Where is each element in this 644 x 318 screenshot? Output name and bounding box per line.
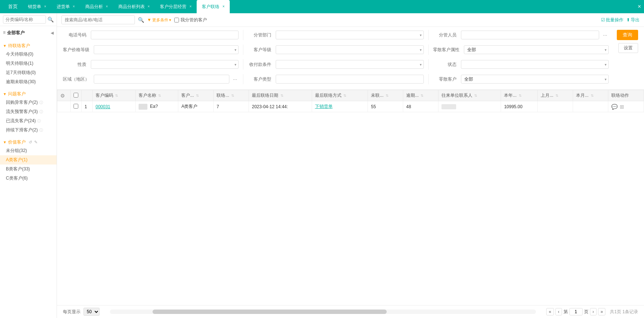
person-input[interactable]	[461, 31, 600, 39]
tab-customer-contact[interactable]: 客户联络 ×	[197, 0, 230, 13]
next-page-button[interactable]: ›	[590, 308, 597, 315]
sidebar-item-7days[interactable]: 近7天待联络(0)	[0, 68, 57, 77]
sidebar-item-declining[interactable]: 持续下滑客户(2) ⓘ	[0, 126, 57, 135]
sort-level-icon[interactable]: ⇅	[196, 93, 199, 98]
qr-icon[interactable]: ⊞	[620, 104, 624, 110]
sort-last-method-icon[interactable]: ⇅	[343, 93, 346, 98]
retail-select[interactable]: 全部	[461, 75, 609, 84]
all-customers-header[interactable]: ⠿ 全部客户 ◀	[0, 28, 57, 38]
sort-uncontacted-icon[interactable]: ⇅	[386, 93, 389, 98]
prev-page-button[interactable]: ‹	[555, 308, 562, 315]
retail-attr-select[interactable]: 全部	[464, 45, 609, 54]
dept-select[interactable]	[276, 31, 423, 39]
first-page-button[interactable]: «	[546, 308, 554, 315]
tab-purchase-order[interactable]: 进货单 ×	[51, 0, 80, 13]
table-settings-icon[interactable]: ⚙	[60, 93, 65, 99]
area-dots-button[interactable]: ···	[232, 76, 239, 82]
query-button[interactable]: 查询	[617, 30, 638, 40]
sidebar-item-class-b[interactable]: B类客户(33)	[0, 165, 57, 174]
problem-customers-group[interactable]: ▼ 问题客户	[0, 89, 57, 98]
search-button[interactable]: 🔍	[138, 17, 144, 23]
sort-this-month-icon[interactable]: ⇅	[591, 93, 594, 98]
td-actions: 💬 ⊞	[608, 101, 644, 112]
last-page-button[interactable]: »	[598, 308, 606, 315]
person-dots-button[interactable]: ···	[601, 32, 609, 38]
sidebar-item-class-a[interactable]: A类客户(1)	[0, 155, 57, 165]
close-customer-segment-icon[interactable]: ×	[189, 0, 192, 13]
sort-last-date-icon[interactable]: ⇅	[280, 93, 283, 98]
batch-op-button[interactable]: ☑ 批量操作	[601, 17, 623, 23]
sidebar-search-input[interactable]	[3, 15, 46, 24]
close-product-list-icon[interactable]: ×	[148, 0, 150, 13]
collapse-icon[interactable]: ◀	[51, 31, 54, 35]
close-product-analysis-icon[interactable]: ×	[106, 0, 108, 13]
sidebar-item-class-c[interactable]: C类客户(6)	[0, 174, 57, 183]
td-name: Ea?	[135, 101, 178, 112]
td-last-method[interactable]: 下销货单	[312, 101, 368, 112]
nature-select[interactable]	[91, 60, 239, 69]
filter-row-1: 电话号码 分管部门	[63, 30, 609, 40]
retail-attr-label: 零散客户属性	[433, 47, 462, 53]
horizontal-scrollbar[interactable]	[110, 310, 536, 314]
payment-select[interactable]	[276, 60, 423, 69]
tab-product-analysis-list[interactable]: 商品分析列表 ×	[113, 0, 155, 13]
sort-code-icon[interactable]: ⇅	[115, 93, 118, 98]
price-level-select[interactable]	[94, 45, 239, 54]
tab-customer-segment[interactable]: 客户分层经营 ×	[155, 0, 197, 13]
close-sales-order-icon[interactable]: ×	[44, 0, 46, 13]
row-checkbox[interactable]	[74, 104, 78, 109]
more-filters-button[interactable]: ▼ 更多条件 ▾	[147, 17, 171, 23]
sort-last-month-icon[interactable]: ⇅	[555, 93, 558, 98]
close-customer-contact-icon[interactable]: ×	[222, 0, 225, 13]
phone-input[interactable]	[91, 31, 239, 39]
edit-icon[interactable]: ✎	[34, 140, 37, 145]
home-tab[interactable]: 首页	[3, 3, 23, 10]
sidebar-item-tomorrow[interactable]: 明天待联络(1)	[0, 59, 57, 68]
sidebar-item-churned[interactable]: 已流失客户(24) ⓘ	[0, 116, 57, 126]
sidebar-item-today[interactable]: 今天待联络(0)	[0, 50, 57, 59]
page-label: 第	[564, 309, 568, 315]
retail-attr-select-wrap: 全部	[464, 45, 609, 54]
td-overdue: 48	[403, 101, 439, 112]
area-input[interactable]	[94, 75, 229, 84]
my-customers-checkbox[interactable]	[174, 18, 179, 22]
level-field: 客户等级	[248, 45, 423, 54]
sort-name-icon[interactable]: ⇅	[158, 93, 161, 98]
th-last-method: 最后联络方式 ⇅	[312, 90, 368, 101]
pending-contact-group[interactable]: ▼ 待联络客户	[0, 41, 57, 50]
close-purchase-order-icon[interactable]: ×	[73, 0, 75, 13]
tab-product-analysis[interactable]: 商品分析 ×	[80, 0, 113, 13]
sidebar-item-unclassified[interactable]: 未分组(32)	[0, 146, 57, 155]
td-checkbox	[71, 101, 82, 112]
refresh-icon[interactable]: ↺	[29, 140, 32, 145]
sort-overdue-icon[interactable]: ⇅	[421, 93, 423, 98]
export-button[interactable]: ⬆ 导出	[626, 17, 640, 23]
scrollbar-thumb[interactable]	[153, 310, 387, 314]
dept-field: 分管部门	[248, 31, 423, 39]
close-all-button[interactable]: ×	[638, 3, 641, 10]
customer-type-input[interactable]	[276, 75, 423, 84]
sidebar-item-repurchase-abnormal[interactable]: 回购异常客户(2) ⓘ	[0, 98, 57, 107]
per-page-select[interactable]: 50	[83, 308, 100, 316]
page-input[interactable]	[569, 308, 583, 315]
payment-field: 收付款条件	[248, 60, 423, 69]
divider6	[428, 59, 429, 70]
chat-icon[interactable]: 💬	[611, 104, 618, 110]
sort-contacts-icon[interactable]: ⇅	[231, 93, 234, 98]
sidebar-item-churn-warning[interactable]: 流失预警客户(3) ⓘ	[0, 107, 57, 116]
th-level: 客户... ⇅	[178, 90, 214, 101]
sidebar-item-overdue[interactable]: 逾期未联络(30)	[0, 77, 57, 86]
tab-sales-order[interactable]: 销货单 ×	[23, 0, 51, 13]
select-all-checkbox[interactable]	[74, 93, 78, 98]
sort-unit-contacts-icon[interactable]: ⇅	[474, 93, 477, 98]
sort-this-year-icon[interactable]: ⇅	[519, 93, 522, 98]
settings-button[interactable]: 设置	[618, 43, 638, 53]
my-customers-checkbox-label[interactable]: 我分管的客户	[174, 17, 207, 23]
sidebar-search-icon[interactable]: 🔍	[47, 17, 54, 22]
status-select[interactable]	[461, 60, 609, 69]
level-select[interactable]	[276, 45, 423, 54]
value-customers-group[interactable]: ▼ 价值客户 ↺ ✎	[0, 138, 57, 146]
search-input[interactable]	[61, 15, 135, 24]
th-uncontacted: 未联... ⇅	[368, 90, 403, 101]
td-code[interactable]: 000031	[93, 101, 136, 112]
